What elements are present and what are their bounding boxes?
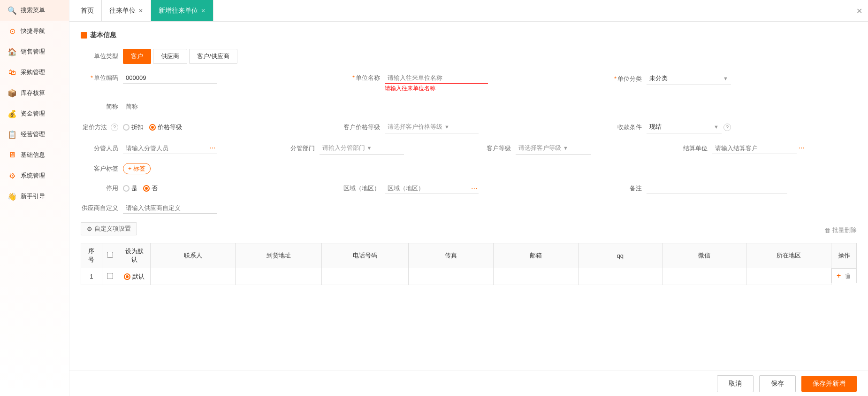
qq-input[interactable] bbox=[583, 271, 657, 282]
col-contact: 联系人 bbox=[151, 243, 236, 268]
section-title: 基本信息 bbox=[81, 31, 857, 39]
custom-settings-button[interactable]: ⚙ 自定义项设置 bbox=[81, 222, 137, 235]
settlement-extra-btn[interactable]: ··· bbox=[797, 144, 807, 152]
sidebar-item-system[interactable]: ⚙ 系统管理 bbox=[0, 165, 69, 186]
supplier-custom-input[interactable] bbox=[123, 202, 217, 214]
pricing-help-icon[interactable]: ? bbox=[111, 124, 118, 131]
row-region-input[interactable] bbox=[751, 271, 826, 282]
tab-partners[interactable]: 往来单位 ✕ bbox=[102, 0, 151, 21]
row-checkbox[interactable] bbox=[107, 273, 113, 279]
batch-delete-label[interactable]: 批量删除 bbox=[832, 226, 857, 234]
unit-name-input[interactable] bbox=[385, 72, 488, 84]
pricing-level-radio[interactable]: 价格等级 bbox=[149, 123, 182, 132]
code-name-category-row: *单位编码 *单位名称 请输入往来单位名称 *单位分类 未分类 ▼ bbox=[81, 72, 857, 93]
bottom-bar: 取消 保存 保存并新增 bbox=[69, 371, 868, 396]
row-delete-btn[interactable]: 🗑 bbox=[845, 272, 851, 280]
sidebar-item-sales[interactable]: 🏠 销售管理 bbox=[0, 41, 69, 62]
row-add-btn[interactable]: + bbox=[837, 272, 841, 280]
unit-type-customer-btn[interactable]: 客户 bbox=[123, 49, 151, 64]
payment-arrow-icon: ▼ bbox=[714, 124, 719, 130]
remark-input[interactable] bbox=[647, 183, 787, 194]
basic-info-icon: 🖥 bbox=[8, 150, 17, 160]
disable-yes-radio[interactable]: 是 bbox=[123, 184, 137, 193]
batch-delete-section: 🗑 批量删除 bbox=[824, 226, 857, 234]
unit-type-row: 单位类型 客户 供应商 客户/供应商 bbox=[81, 49, 857, 64]
disable-label: 停用 bbox=[81, 184, 123, 193]
abbr-row: 简称 bbox=[81, 101, 857, 112]
row-wechat-cell bbox=[662, 268, 746, 285]
unit-category-label: *单位分类 bbox=[604, 75, 647, 83]
sidebar-item-guide[interactable]: 👋 新手引导 bbox=[0, 186, 69, 207]
wechat-input[interactable] bbox=[667, 271, 741, 282]
settlement-unit-input[interactable] bbox=[712, 143, 797, 154]
pricing-row: 定价方法 ? 折扣 价格等级 客户价格等级 bbox=[81, 121, 857, 133]
unit-type-both-btn[interactable]: 客户/供应商 bbox=[189, 49, 237, 64]
sidebar-item-operations[interactable]: 📋 经营管理 bbox=[0, 124, 69, 145]
sidebar-item-quick-nav[interactable]: ⊙ 快捷导航 bbox=[0, 21, 69, 41]
manager-input-group: ··· bbox=[123, 143, 217, 154]
operations-icon: 📋 bbox=[8, 130, 17, 139]
tab-new-partner[interactable]: 新增往来单位 ✕ bbox=[151, 0, 213, 21]
row-action-cell: + 🗑 bbox=[831, 268, 856, 283]
row-default-radio[interactable]: 默认 bbox=[123, 272, 145, 281]
sidebar-item-basic-info[interactable]: 🖥 基础信息 bbox=[0, 145, 69, 165]
region-input-group: ··· bbox=[385, 183, 479, 194]
window-close-button[interactable]: ✕ bbox=[856, 6, 862, 15]
tags-row: 客户标签 + 标签 bbox=[81, 163, 857, 174]
sidebar-item-inventory[interactable]: 📦 库存核算 bbox=[0, 83, 69, 103]
abbr-input[interactable] bbox=[123, 101, 217, 112]
address-input[interactable] bbox=[240, 271, 317, 282]
system-icon: ⚙ bbox=[8, 171, 17, 180]
manager-input[interactable] bbox=[123, 143, 207, 154]
customer-price-level-select[interactable]: 请选择客户价格等级 ▼ bbox=[385, 121, 479, 133]
cancel-button[interactable]: 取消 bbox=[717, 375, 754, 392]
unit-code-input[interactable] bbox=[123, 72, 217, 84]
sidebar-item-finance[interactable]: 💰 资金管理 bbox=[0, 103, 69, 124]
manager-extra-btn[interactable]: ··· bbox=[207, 144, 217, 152]
payment-terms-select[interactable]: 现结 ▼ bbox=[647, 121, 722, 133]
region-extra-btn[interactable]: ··· bbox=[469, 184, 479, 193]
save-new-button[interactable]: 保存并新增 bbox=[801, 376, 857, 392]
table-row: 1 默认 bbox=[81, 268, 857, 285]
tab-new-partner-close[interactable]: ✕ bbox=[201, 8, 206, 14]
col-address: 到货地址 bbox=[236, 243, 322, 268]
add-tag-button[interactable]: + 标签 bbox=[123, 163, 151, 174]
unit-type-supplier-btn[interactable]: 供应商 bbox=[153, 49, 187, 64]
payment-help-icon[interactable]: ? bbox=[723, 124, 731, 131]
unit-category-select[interactable]: 未分类 ▼ bbox=[647, 72, 731, 85]
tab-partners-close[interactable]: ✕ bbox=[138, 8, 143, 14]
fax-input[interactable] bbox=[413, 271, 488, 282]
region-label: 区域（地区） bbox=[343, 184, 385, 193]
region-input[interactable] bbox=[385, 183, 469, 194]
pricing-discount-radio-circle bbox=[123, 124, 129, 131]
main-area: 首页 往来单位 ✕ 新增往来单位 ✕ ✕ 基本信息 单位类型 客户 供应商 客户… bbox=[69, 0, 868, 396]
col-wechat: 微信 bbox=[662, 243, 746, 268]
finance-icon: 💰 bbox=[8, 109, 17, 118]
row-qq-cell bbox=[578, 268, 662, 285]
row-index: 1 bbox=[81, 268, 102, 285]
dept-select[interactable]: 请输入分管部门 ▼ bbox=[320, 142, 404, 155]
customer-level-select[interactable]: 请选择客户等级 ▼ bbox=[516, 142, 591, 155]
col-qq: qq bbox=[578, 243, 662, 268]
sidebar-item-purchase[interactable]: 🛍 采购管理 bbox=[0, 62, 69, 83]
col-checkbox bbox=[102, 243, 118, 268]
sidebar-item-search[interactable]: 🔍 搜索菜单 bbox=[0, 0, 69, 21]
contact-input[interactable] bbox=[155, 271, 230, 282]
supplier-custom-label: 供应商自定义 bbox=[81, 204, 123, 212]
pricing-discount-radio[interactable]: 折扣 bbox=[123, 123, 144, 132]
customer-level-arrow-icon: ▼ bbox=[563, 145, 568, 151]
sales-icon: 🏠 bbox=[8, 47, 17, 56]
disable-no-radio[interactable]: 否 bbox=[143, 184, 158, 193]
disable-region-remark-row: 停用 是 否 区域（地区） ··· bbox=[81, 183, 857, 194]
price-level-arrow-icon: ▼ bbox=[444, 124, 449, 130]
select-all-checkbox[interactable] bbox=[107, 252, 113, 258]
row-checkbox-cell bbox=[102, 268, 118, 285]
row-phone-cell bbox=[322, 268, 408, 285]
save-button[interactable]: 保存 bbox=[759, 375, 796, 392]
email-input[interactable] bbox=[498, 271, 573, 282]
tab-bar: 首页 往来单位 ✕ 新增往来单位 ✕ ✕ bbox=[69, 0, 868, 22]
inventory-icon: 📦 bbox=[8, 88, 17, 98]
dept-arrow-icon: ▼ bbox=[367, 145, 372, 151]
tab-home[interactable]: 首页 bbox=[73, 0, 102, 21]
phone-input[interactable] bbox=[327, 271, 403, 282]
